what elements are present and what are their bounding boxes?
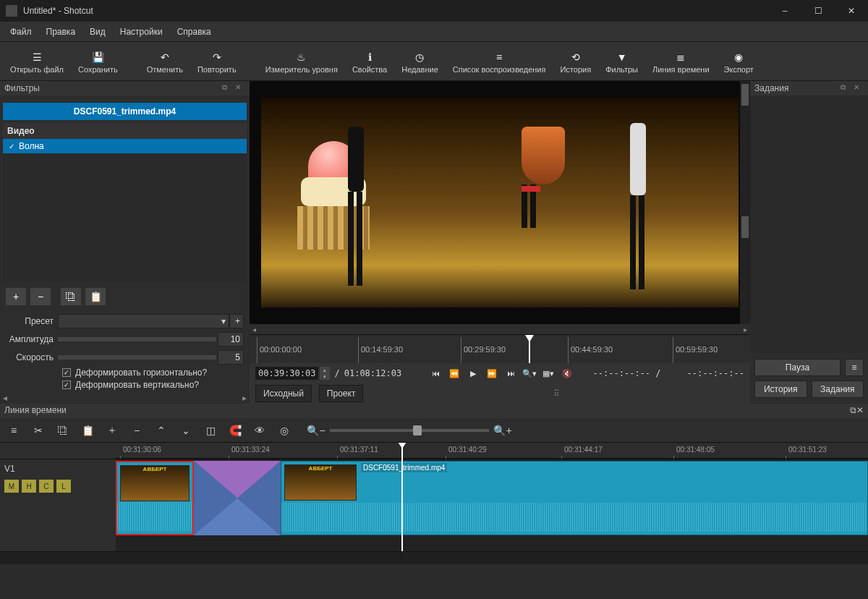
skip-end-button[interactable]: ⏭ xyxy=(503,366,519,381)
timeline-playhead[interactable] xyxy=(401,443,403,551)
snap-button[interactable]: 🧲 xyxy=(226,421,244,440)
track-mute-button[interactable]: M xyxy=(4,480,19,493)
menu-settings[interactable]: Настройки xyxy=(113,24,170,40)
filters-scrollbar[interactable]: ◂▸ xyxy=(0,392,250,404)
preview-playhead[interactable] xyxy=(529,335,530,363)
menu-view[interactable]: Вид xyxy=(82,24,113,40)
save-button[interactable]: 💾Сохранить xyxy=(71,43,125,80)
jobs-menu-button[interactable]: ≡ xyxy=(845,359,864,376)
list-icon: ≡ xyxy=(496,51,502,64)
remove-filter-button[interactable]: − xyxy=(30,288,51,305)
playlist-button[interactable]: ≡Список воспроизведения xyxy=(446,43,553,80)
panel-undock-icon[interactable]: ⧉ xyxy=(222,83,232,93)
audio-meter-button[interactable]: ♨Измеритель уровня xyxy=(258,43,345,80)
timeline-ruler[interactable]: 00:31:30:06 00:31:33:24 00:31:37:11 00:3… xyxy=(116,443,868,459)
zoom-out-button[interactable]: 🔍− xyxy=(307,421,326,440)
speed-slider[interactable] xyxy=(58,355,216,360)
timeline-clip[interactable]: АВБЕРТ DSCF0591_trimmed.mp4 xyxy=(281,461,868,535)
zoom-in-button[interactable]: 🔍+ xyxy=(493,421,512,440)
fast-forward-button[interactable]: ⏩ xyxy=(484,366,500,381)
timeline-transition[interactable] xyxy=(194,461,281,535)
cut-button[interactable]: ✂ xyxy=(29,421,48,440)
mute-button[interactable]: 🔇 xyxy=(559,366,575,381)
remove-button[interactable]: − xyxy=(127,421,146,440)
zoom-slider[interactable] xyxy=(330,429,489,432)
menu-file[interactable]: Файл xyxy=(3,24,39,40)
current-timecode[interactable]: 00:39:30:03 xyxy=(255,367,318,380)
paste-filter-button[interactable]: 📋 xyxy=(85,288,106,305)
grid-button[interactable]: ▦▾ xyxy=(540,366,556,381)
preview-vscrollbar[interactable] xyxy=(740,81,750,324)
scrub-button[interactable]: 👁 xyxy=(250,421,269,440)
jobs-list xyxy=(750,95,868,353)
tab-source[interactable]: Исходный xyxy=(255,385,312,402)
menu-help[interactable]: Справка xyxy=(170,24,218,40)
lift-button[interactable]: ⌃ xyxy=(152,421,171,440)
speed-value[interactable]: 5 xyxy=(218,350,244,365)
stage-figure xyxy=(348,127,364,286)
copy-button[interactable]: ⿻ xyxy=(54,421,72,440)
panel-close-icon[interactable]: ✕ xyxy=(856,405,864,417)
open-file-button[interactable]: ☰Открыть файл xyxy=(3,43,71,80)
filters-button[interactable]: ▼Фильтры xyxy=(598,43,645,80)
paste-button[interactable]: 📋 xyxy=(78,421,97,440)
deform-h-checkbox[interactable]: ✓ Деформировать горизонтально? xyxy=(62,368,244,378)
panel-close-icon[interactable]: ✕ xyxy=(235,83,245,93)
tab-jobs[interactable]: Задания xyxy=(812,381,864,398)
track-lock-button[interactable]: L xyxy=(56,480,71,493)
skip-start-button[interactable]: ⏮ xyxy=(427,366,443,381)
filter-clip-header[interactable]: DSCF0591_trimmed.mp4 xyxy=(3,103,247,120)
track-compose-button[interactable]: C xyxy=(39,480,54,493)
preset-combo[interactable]: ▾ xyxy=(58,314,229,328)
close-button[interactable]: ✕ xyxy=(835,0,868,22)
split-button[interactable]: ◫ xyxy=(201,421,220,440)
undo-button[interactable]: ↶Отменить xyxy=(140,43,190,80)
append-button[interactable]: ＋ xyxy=(103,421,122,440)
panel-undock-icon[interactable]: ⧉ xyxy=(841,83,851,93)
preview-ruler[interactable]: 00:00:00:00 00:14:59:30 00:29:59:30 00:4… xyxy=(250,334,750,363)
overwrite-button[interactable]: ⌄ xyxy=(176,421,195,440)
timeline-menu-button[interactable]: ≡ xyxy=(4,421,23,440)
play-button[interactable]: ▶ xyxy=(465,366,481,381)
track-hide-button[interactable]: H xyxy=(22,480,36,493)
maximize-button[interactable]: ☐ xyxy=(801,0,835,22)
properties-button[interactable]: ℹСвойства xyxy=(345,43,394,80)
preset-save-button[interactable]: + xyxy=(229,314,244,328)
timeline-clip-selected[interactable]: АВБЕРТ xyxy=(116,461,194,535)
video-preview[interactable] xyxy=(250,81,750,324)
timecode-spinner[interactable]: ▴▾ xyxy=(320,367,330,380)
preview-hscrollbar[interactable]: ◂▸ xyxy=(250,324,750,334)
track-lane-v1[interactable]: АВБЕРТ АВБЕРТ DSCF0591_trimmed.mp4 xyxy=(116,459,868,537)
preset-label: Пресет xyxy=(6,316,58,326)
amplitude-value[interactable]: 10 xyxy=(218,332,244,347)
drag-handle-icon[interactable]: ⠿ xyxy=(553,388,561,399)
pause-jobs-button[interactable]: Пауза xyxy=(754,359,841,376)
filter-item-label: Волна xyxy=(19,141,44,151)
menubar: Файл Правка Вид Настройки Справка xyxy=(0,22,868,42)
timeline-button[interactable]: ≣Линия времени xyxy=(645,43,717,80)
amplitude-slider[interactable] xyxy=(58,337,216,341)
titlebar: Untitled* - Shotcut – ☐ ✕ xyxy=(0,0,868,22)
ripple-button[interactable]: ◎ xyxy=(275,421,294,440)
history-button[interactable]: ⟲История xyxy=(553,43,598,80)
tab-history[interactable]: История xyxy=(754,381,807,398)
recent-button[interactable]: ◷Недавние xyxy=(394,43,446,80)
timeline-tracks[interactable]: 00:31:30:06 00:31:33:24 00:31:37:11 00:3… xyxy=(116,443,868,551)
timecode-slash: / xyxy=(334,368,339,378)
add-filter-button[interactable]: + xyxy=(6,288,26,305)
copy-filter-button[interactable]: ⿻ xyxy=(61,288,81,305)
minimize-button[interactable]: – xyxy=(768,0,801,22)
panel-undock-icon[interactable]: ⧉ xyxy=(850,405,856,417)
menu-edit[interactable]: Правка xyxy=(39,24,83,40)
redo-button[interactable]: ↷Повторить xyxy=(190,43,244,80)
deform-v-checkbox[interactable]: ✓ Деформировать вертикально? xyxy=(62,380,244,390)
timeline-area: V1 M H C L 00:31:30:06 00:31:33:24 00:31… xyxy=(0,443,868,551)
track-header-v1[interactable]: V1 M H C L xyxy=(0,459,116,538)
panel-close-icon[interactable]: ✕ xyxy=(854,83,864,93)
duration-timecode: --:--:--:-- xyxy=(687,368,744,378)
tab-project[interactable]: Проект xyxy=(319,385,364,402)
rewind-button[interactable]: ⏪ xyxy=(446,366,462,381)
filter-item-selected[interactable]: ✓ Волна xyxy=(3,139,247,153)
export-button[interactable]: ◉Экспорт xyxy=(717,43,761,80)
zoom-fit-button[interactable]: 🔍▾ xyxy=(522,366,537,381)
